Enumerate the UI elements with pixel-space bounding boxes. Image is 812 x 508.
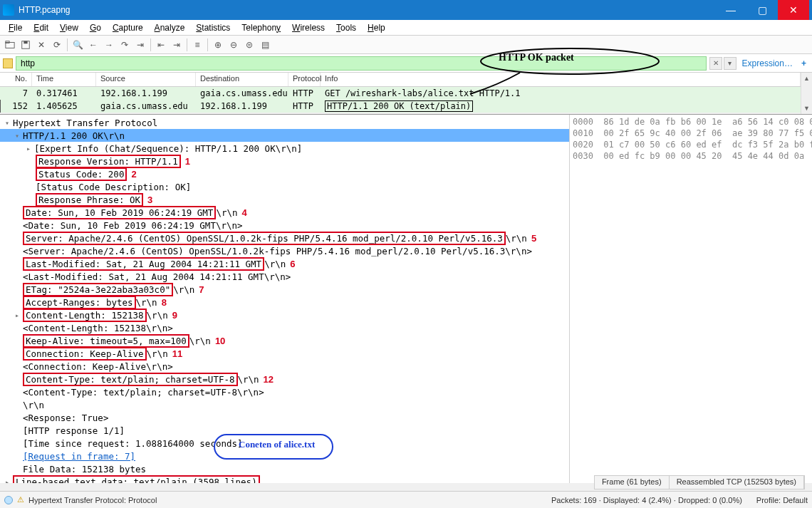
toolbar-reload-icon[interactable]: ⟳ [50, 38, 64, 52]
menu-help[interactable]: Help [362, 21, 391, 34]
app-icon [3, 4, 14, 16]
packet-list-scrollbar[interactable]: ▲▼ [801, 73, 812, 114]
maximize-button[interactable]: ▢ [746, 0, 778, 20]
annot-num-1: 1 [185, 156, 190, 167]
response-phrase: Response Phrase: OK [36, 193, 143, 207]
toolbar-first-icon[interactable]: ⇤ [154, 38, 168, 52]
hex-row: 0030 00 ed fc b9 00 00 45 20 45 4e 44 0d… [573, 150, 809, 162]
filter-bookmark-icon[interactable] [3, 58, 13, 68]
status-expert-icon[interactable]: ⚠ [17, 495, 24, 504]
filter-clear-icon[interactable]: ✕ [709, 57, 722, 70]
tab-reassembled[interactable]: Reassembled TCP (152503 bytes) [670, 476, 804, 489]
toolbar-resize-icon[interactable]: ▤ [258, 38, 272, 52]
menu-edit[interactable]: Edit [28, 21, 54, 34]
col-info[interactable]: Info [321, 73, 801, 86]
toolbar-autoscroll-icon[interactable]: ≡ [190, 38, 204, 52]
toolbar-open-icon[interactable] [3, 38, 17, 52]
expand-icon[interactable]: ▸ [24, 145, 33, 152]
display-filter-input[interactable] [16, 56, 707, 71]
expand-icon[interactable]: ▸ [3, 478, 11, 484]
expert-info: [Expert Info (Chat/Sequence): HTTP/1.1 2… [33, 143, 302, 154]
annot-num-8: 8 [162, 297, 167, 308]
filter-dropdown-icon[interactable]: ▾ [724, 57, 736, 70]
menu-wireless[interactable]: Wireless [286, 21, 330, 34]
menu-file[interactable]: File [3, 21, 28, 34]
line-based-text-data: Line-based text data: text/plain (3598 l… [13, 475, 260, 484]
collapse-icon[interactable]: ▾ [3, 119, 11, 127]
annot-num-7: 7 [199, 284, 204, 295]
hex-row: 0020 01 c7 00 50 c6 60 ed ef dc f3 5f 2a… [573, 139, 809, 150]
bytes-tabs: Frame (61 bytes) Reassembled TCP (152503… [594, 475, 805, 489]
menu-analyze[interactable]: Analyze [149, 21, 191, 34]
menu-tools[interactable]: Tools [330, 21, 362, 34]
minimize-button[interactable]: — [715, 0, 746, 20]
col-destination[interactable]: Destination [196, 73, 288, 86]
hdr-server: Server: Apache/2.4.6 (CentOS) OpenSSL/1.… [23, 232, 506, 245]
menu-view[interactable]: View [54, 21, 84, 34]
menu-bar: File Edit View Go Capture Analyze Statis… [0, 20, 812, 36]
hdr-date-raw: <Date: Sun, 10 Feb 2019 06:24:19 GMT\r\n… [21, 220, 243, 231]
toolbar-last-icon[interactable]: ⇥ [170, 38, 184, 52]
annot-num-12: 12 [264, 374, 274, 385]
menu-statistics[interactable]: Statistics [190, 21, 236, 34]
status-text: Hypertext Transfer Protocol: Protocol [28, 496, 157, 504]
toolbar-goto-icon[interactable]: ⇥ [133, 38, 147, 52]
time-since-request: [Time since request: 1.088164000 seconds… [21, 438, 243, 449]
col-no[interactable]: No. [0, 73, 32, 86]
toolbar-save-icon[interactable] [19, 38, 33, 52]
toolbar-find-icon[interactable]: 🔍 [71, 38, 85, 52]
menu-go[interactable]: Go [84, 21, 107, 34]
status-code: Status Code: 200 [36, 167, 127, 181]
packet-row-selected[interactable]: 152 1.405625 gaia.cs.umass.edu 192.168.1… [0, 100, 801, 113]
hdr-etag: ETag: "2524a-3e22aba3a03c0" [23, 283, 173, 296]
hdr-content-type-raw: <Content-Type: text/plain; charset=UTF-8… [21, 387, 264, 398]
toolbar-fwd-icon[interactable]: → [102, 38, 116, 52]
toolbar-jump-icon[interactable]: ↷ [118, 38, 132, 52]
toolbar-back-icon[interactable]: ← [86, 38, 100, 52]
hdr-keep-alive: Keep-Alive: timeout=5, max=100 [23, 334, 189, 348]
window-title: HTTP.pcapng [19, 5, 715, 15]
crlf: \r\n [21, 400, 44, 410]
annot-num-5: 5 [531, 233, 536, 244]
annot-num-4: 4 [242, 207, 247, 218]
expand-icon[interactable]: ▸ [13, 311, 21, 319]
filter-add-button[interactable]: + [798, 58, 809, 68]
toolbar-close-icon[interactable]: ✕ [34, 38, 48, 52]
close-button[interactable]: ✕ [778, 0, 809, 20]
col-time[interactable]: Time [32, 73, 96, 86]
status-profile[interactable]: Profile: Default [756, 496, 808, 504]
filter-bar: ✕ ▾ Expression… + [0, 54, 812, 73]
request-in-frame-link[interactable]: [Request in frame: 7] [21, 451, 135, 462]
hdr-content-type: Content-Type: text/plain; charset=UTF-8 [23, 373, 238, 386]
toolbar-zoomin-icon[interactable]: ⊕ [211, 38, 225, 52]
packet-bytes-pane[interactable]: 0000 86 1d de 0a fb b6 00 1e a6 56 14 c0… [570, 115, 812, 483]
menu-telephony[interactable]: Telephony [236, 21, 286, 34]
hex-row: 0000 86 1d de 0a fb b6 00 1e a6 56 14 c0… [573, 116, 809, 128]
file-data: File Data: 152138 bytes [21, 464, 146, 475]
tab-frame[interactable]: Frame (61 bytes) [595, 476, 670, 489]
packet-list: No. Time Source Destination Protocol Inf… [0, 73, 812, 114]
toolbar-zoomout-icon[interactable]: ⊖ [227, 38, 241, 52]
toolbar-zoomreset-icon[interactable]: ⊜ [242, 38, 256, 52]
collapse-icon[interactable]: ▾ [13, 132, 21, 140]
status-line: HTTP/1.1 200 OK\r\n [21, 130, 125, 141]
packet-row[interactable]: 7 0.317461 192.168.1.199 gaia.cs.umass.e… [0, 87, 801, 100]
hdr-date: Date: Sun, 10 Feb 2019 06:24:19 GMT [23, 206, 216, 219]
col-protocol[interactable]: Protocol [288, 73, 321, 86]
http-response-idx: [HTTP response 1/1] [21, 425, 125, 436]
col-source[interactable]: Source [96, 73, 196, 86]
packet-details-pane[interactable]: ▾Hypertext Transfer Protocol ▾HTTP/1.1 2… [0, 115, 570, 483]
annot-num-6: 6 [290, 259, 295, 269]
hex-row: 0010 00 2f 65 9c 40 00 2f 06 ae 39 80 77… [573, 128, 809, 139]
annot-content-text: Coneten of alice.txt [239, 439, 315, 450]
menu-file-label: ile [14, 23, 22, 33]
annot-num-9: 9 [172, 310, 177, 321]
hdr-accept-ranges: Accept-Ranges: bytes [23, 296, 136, 309]
selected-info-box: HTTP/1.1 200 OK (text/plain) [325, 100, 473, 112]
expression-button[interactable]: Expression… [739, 58, 796, 68]
annot-num-11: 11 [172, 348, 182, 359]
menu-capture[interactable]: Capture [107, 21, 149, 34]
packet-list-header: No. Time Source Destination Protocol Inf… [0, 73, 801, 87]
hdr-content-length-raw: <Content-Length: 152138\r\n> [21, 323, 173, 333]
hdr-content-length: Content-Length: 152138 [23, 309, 147, 322]
